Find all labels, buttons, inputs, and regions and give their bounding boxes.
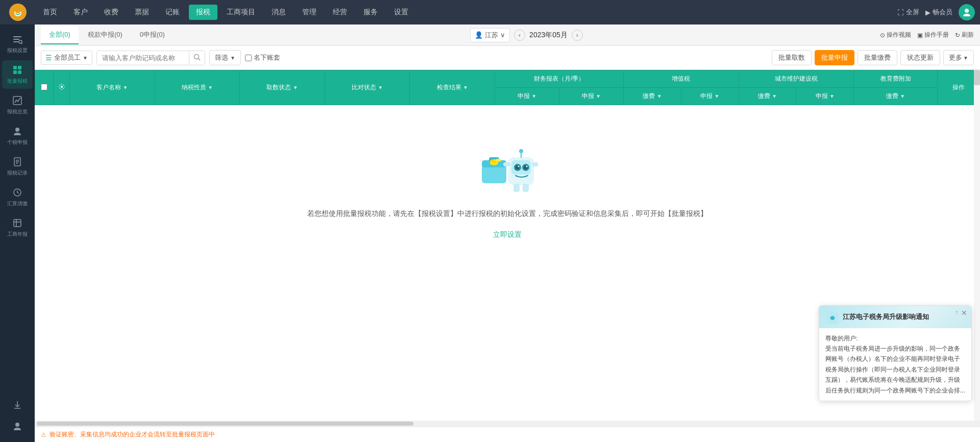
chevron-down-icon: ∨ <box>500 31 505 39</box>
svg-point-13 <box>15 128 19 132</box>
setup-link[interactable]: 立即设置 <box>493 230 522 239</box>
sidebar-item-tax-records[interactable]: 报税记录 <box>2 152 33 181</box>
bottom-status-bar: ⚠ 验证账密、采集信息均成功的企业才会流转至批量报税页面中 <box>35 427 980 442</box>
top-navigation: 首页 客户 收费 票据 记账 报税 工商项目 消息 管理 经营 服务 设置 ⛶ … <box>0 0 980 24</box>
nav-message[interactable]: 消息 <box>264 5 293 20</box>
book-icon: ▣ <box>917 32 923 39</box>
operation-manual-link[interactable]: ▣ 操作手册 <box>917 31 949 39</box>
nav-manage[interactable]: 管理 <box>295 5 324 20</box>
user-avatar[interactable] <box>959 4 975 20</box>
fullscreen-button[interactable]: ⛶ 全屏 <box>897 8 919 17</box>
svg-rect-5 <box>13 41 18 42</box>
svg-point-27 <box>61 86 63 88</box>
sidebar-item-settlement[interactable]: 汇算清缴 <box>2 183 33 211</box>
region-selector[interactable]: 👤 江苏 ∨ <box>470 28 510 42</box>
employee-selector[interactable]: ☰ 全部员工 ▼ <box>41 51 92 65</box>
sub-account-checkbox[interactable] <box>245 55 252 61</box>
refresh-link[interactable]: ↻ 刷新 <box>955 31 974 39</box>
check-result-header: 检查结果 ▼ <box>410 70 495 105</box>
select-all-checkbox[interactable] <box>41 84 47 90</box>
sidebar-item-personal-tax[interactable]: 个税申报 <box>2 121 33 150</box>
sidebar-item-tax-settings[interactable]: 报税设置 <box>2 30 33 58</box>
vat-header: 增值税 <box>624 70 739 88</box>
nav-bookkeeping[interactable]: 记账 <box>158 5 187 20</box>
nav-billing[interactable]: 收费 <box>97 5 126 20</box>
dropdown-arrow-icon: ▼ <box>83 55 88 61</box>
sidebar-label: 报税总览 <box>7 108 28 115</box>
svg-point-6 <box>19 40 22 43</box>
nav-service[interactable]: 服务 <box>356 5 385 20</box>
svg-line-7 <box>22 43 23 44</box>
batch-fetch-button[interactable]: 批量取数 <box>772 50 812 65</box>
svg-point-42 <box>526 166 528 167</box>
edu-pay-header: 缴费 ▼ <box>854 88 938 105</box>
status-update-button[interactable]: 状态更新 <box>900 50 940 65</box>
edu-declare-header: 申报 ▼ <box>796 88 854 105</box>
tab-all[interactable]: 全部(0) <box>41 26 79 44</box>
sidebar: 报税设置 批量报税 报税总览 <box>0 24 35 442</box>
person-small-icon: 👤 <box>475 31 483 39</box>
nav-settings[interactable]: 设置 <box>387 5 415 20</box>
sidebar-item-download[interactable] <box>2 395 33 414</box>
notice-content: 受当前电子税务局进一步升级的影响，同一个政务网账号（办税人）名下的企业不能再同时… <box>825 343 965 396</box>
svg-rect-9 <box>18 66 21 69</box>
member-icon: ▶ <box>925 9 930 16</box>
more-button[interactable]: 更多 ▼ <box>943 50 974 65</box>
notice-close-button[interactable]: ✕ <box>961 309 967 317</box>
sidebar-label: 批量报税 <box>7 78 28 85</box>
tab-tax-declare[interactable]: 税款申报(0) <box>80 26 131 44</box>
notice-title: 江苏电子税务局升级影响通知 <box>843 312 929 322</box>
nav-client[interactable]: 客户 <box>66 5 95 20</box>
nav-business[interactable]: 工商项目 <box>219 5 262 20</box>
operation-video-link[interactable]: ⊙ 操作视频 <box>880 31 911 39</box>
more-arrow-icon: ▼ <box>963 55 968 61</box>
tabs-right-actions: ⊙ 操作视频 ▣ 操作手册 ↻ 刷新 <box>880 31 974 39</box>
search-input[interactable] <box>97 52 189 64</box>
svg-point-2 <box>965 9 969 13</box>
logo-icon <box>9 4 27 21</box>
scroll-thumb <box>974 70 980 85</box>
empty-message: 若您想使用批量报税功能，请先在【报税设置】中进行报税的初始化设置，完成密码验证和… <box>307 207 707 220</box>
sidebar-label: 报税记录 <box>7 169 28 177</box>
compare-status-header: 比对状态 ▼ <box>325 70 410 105</box>
nav-tax[interactable]: 报税 <box>189 5 217 20</box>
batch-declare-button[interactable]: 批量申报 <box>815 50 854 65</box>
employee-icon: ☰ <box>45 54 52 62</box>
nav-items: 首页 客户 收费 票据 记账 报税 工商项目 消息 管理 经营 服务 设置 <box>36 5 897 20</box>
nav-invoice[interactable]: 票据 <box>128 5 156 20</box>
svg-point-24 <box>15 423 19 427</box>
notice-scroll-button[interactable]: ↑ <box>955 309 958 316</box>
sidebar-item-user[interactable] <box>2 416 33 436</box>
settlement-icon <box>12 187 23 198</box>
client-name-header: 客户名称 ▼ <box>70 70 155 105</box>
date-prev-button[interactable]: ‹ <box>514 30 525 41</box>
search-button[interactable] <box>189 51 205 65</box>
nav-home[interactable]: 首页 <box>36 5 64 20</box>
svg-rect-46 <box>532 162 538 166</box>
date-next-button[interactable]: › <box>572 30 583 41</box>
app-logo[interactable] <box>5 3 31 22</box>
notice-body: 尊敬的用户: 受当前电子税务局进一步升级的影响，同一个政务网账号（办税人）名下的… <box>819 328 971 401</box>
education-tax-header: 教育费附加 <box>854 70 938 88</box>
right-scrollbar[interactable] <box>974 70 980 421</box>
filter-button[interactable]: 筛选 ▼ <box>209 50 241 65</box>
svg-rect-11 <box>18 70 21 74</box>
download-icon <box>12 399 23 410</box>
batch-pay-button[interactable]: 批量缴费 <box>857 50 897 65</box>
h-scroll-thumb <box>37 422 413 426</box>
sidebar-item-tax-overview[interactable]: 报税总览 <box>2 91 33 119</box>
member-button[interactable]: ▶ 畅会员 <box>925 8 952 17</box>
tab-zero-declare[interactable]: 0申报(0) <box>132 26 173 44</box>
top-nav-right: ⛶ 全屏 ▶ 畅会员 <box>897 4 975 20</box>
nav-operation[interactable]: 经营 <box>326 5 354 20</box>
sidebar-item-annual-report[interactable]: 工商年报 <box>2 213 33 242</box>
sidebar-item-batch-tax[interactable]: 批量报税 <box>2 60 33 89</box>
svg-rect-47 <box>513 184 520 192</box>
sub-account-checkbox-wrap: 名下账套 <box>245 53 280 62</box>
svg-rect-3 <box>13 36 21 37</box>
svg-rect-10 <box>13 70 17 74</box>
svg-rect-8 <box>13 66 17 69</box>
horizontal-scrollbar[interactable] <box>35 421 980 427</box>
tax-settings-icon <box>12 34 23 45</box>
annual-report-icon <box>12 217 23 229</box>
